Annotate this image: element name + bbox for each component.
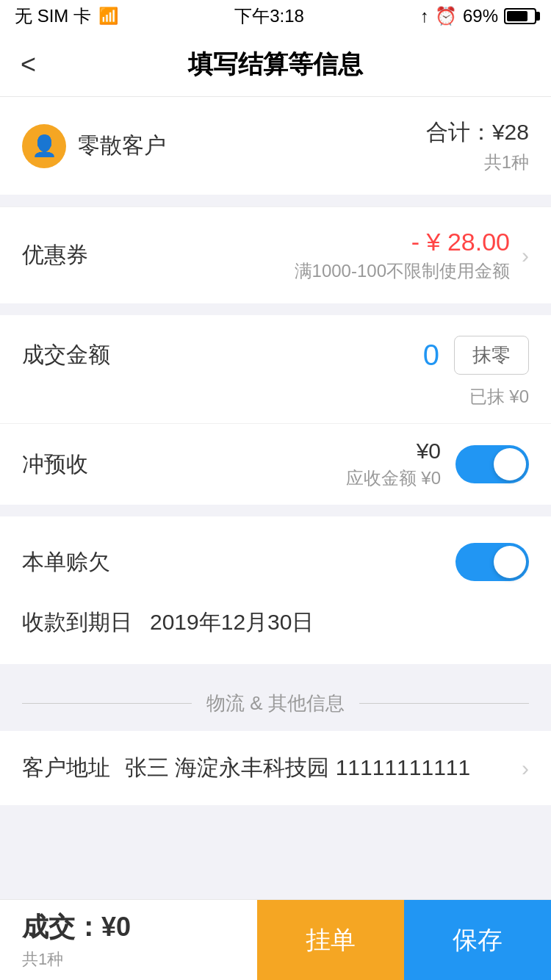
chevron-right-icon: › [522, 243, 529, 268]
debt-row: 本单赊欠 [0, 516, 551, 608]
due-date-row: 收款到期日 2019年12月30日 [0, 608, 551, 664]
prepayment-values: ¥0 应收金额 ¥0 [346, 439, 441, 490]
back-button[interactable]: < [21, 49, 36, 80]
divider-line-left [22, 703, 192, 704]
nav-bar: < 填写结算等信息 [0, 32, 551, 97]
coupon-section[interactable]: 优惠券 - ¥ 28.00 满1000-100不限制使用金额 › [0, 206, 551, 303]
bottom-count: 共1种 [22, 948, 235, 970]
content: 👤 零散客户 合计：¥28 共1种 优惠券 - ¥ 28.00 满1000-10… [0, 97, 551, 893]
wifi-icon: 📶 [98, 7, 118, 26]
coupon-label: 优惠券 [22, 240, 88, 270]
battery-icon [504, 8, 536, 24]
alarm-icon: ⏰ [435, 6, 457, 26]
person-icon: 👤 [32, 134, 57, 158]
customer-count: 共1种 [426, 151, 529, 174]
coupon-discount: - ¥ 28.00 [295, 228, 510, 256]
prepayment-right: ¥0 应收金额 ¥0 [346, 439, 529, 490]
bottom-trade: 成交：¥0 [22, 909, 235, 945]
address-chevron-icon: › [522, 756, 529, 781]
bottom-trade-label: 成交： [22, 912, 101, 942]
status-right: ↑ ⏰ 69% [420, 6, 536, 26]
location-icon: ↑ [420, 6, 429, 26]
customer-row: 👤 零散客户 合计：¥28 共1种 [0, 97, 551, 195]
prepayment-amount: ¥0 [346, 439, 441, 464]
divider-line-right [359, 703, 529, 704]
status-bar: 无 SIM 卡 📶 下午3:18 ↑ ⏰ 69% [0, 0, 551, 32]
prepayment-label: 冲预收 [22, 450, 88, 480]
logistics-section: 物流 & 其他信息 [0, 676, 551, 731]
hold-button[interactable]: 挂单 [257, 900, 404, 981]
amount-row: 成交金额 0 抹零 [0, 315, 551, 385]
save-button[interactable]: 保存 [404, 900, 551, 981]
status-left: 无 SIM 卡 📶 [15, 4, 118, 28]
bottom-trade-value: ¥0 [101, 912, 131, 942]
customer-section: 👤 零散客户 合计：¥28 共1种 [0, 97, 551, 195]
address-label: 客户地址 [22, 753, 110, 783]
debt-toggle[interactable] [455, 543, 529, 581]
customer-summary: 合计：¥28 共1种 [426, 118, 529, 174]
customer-name: 零散客户 [78, 131, 166, 161]
coupon-desc: 满1000-100不限制使用金额 [295, 259, 510, 283]
debt-section: 本单赊欠 收款到期日 2019年12月30日 [0, 516, 551, 664]
debt-toggle-knob [494, 546, 526, 578]
coupon-row[interactable]: 优惠券 - ¥ 28.00 满1000-100不限制使用金额 › [0, 206, 551, 303]
page-title: 填写结算等信息 [188, 48, 363, 82]
bottom-bar: 成交：¥0 共1种 挂单 保存 [0, 899, 551, 980]
status-time: 下午3:18 [234, 4, 304, 28]
carrier-text: 无 SIM 卡 [15, 4, 91, 28]
coupon-value: - ¥ 28.00 满1000-100不限制使用金额 [295, 228, 510, 283]
transaction-value[interactable]: 0 [423, 339, 439, 372]
transaction-label: 成交金额 [22, 340, 110, 370]
address-section[interactable]: 客户地址 张三 海淀永丰科技园 11111111111 › [0, 731, 551, 805]
prepayment-toggle[interactable] [455, 445, 529, 483]
prepayment-receivable: 应收金额 ¥0 [346, 466, 441, 490]
customer-total: 合计：¥28 [426, 118, 529, 148]
logistics-label: 物流 & 其他信息 [206, 691, 345, 716]
coupon-right: - ¥ 28.00 满1000-100不限制使用金额 › [295, 228, 529, 283]
transaction-section: 成交金额 0 抹零 已抹 ¥0 冲预收 ¥0 应收金额 ¥0 [0, 315, 551, 505]
prepayment-row: 冲预收 ¥0 应收金额 ¥0 [0, 423, 551, 505]
round-zero-button[interactable]: 抹零 [454, 336, 529, 375]
battery-percent: 69% [463, 6, 498, 26]
customer-avatar: 👤 [22, 124, 66, 168]
customer-left: 👤 零散客户 [22, 124, 166, 168]
amount-input-area: 0 抹零 [423, 336, 529, 375]
toggle-knob [494, 448, 526, 480]
due-date-label: 收款到期日 [22, 608, 132, 638]
debt-label: 本单赊欠 [22, 547, 110, 577]
due-date-value[interactable]: 2019年12月30日 [150, 608, 314, 638]
amount-sub: 已抹 ¥0 [0, 385, 551, 423]
address-row[interactable]: 客户地址 张三 海淀永丰科技园 11111111111 › [0, 731, 551, 805]
address-value: 张三 海淀永丰科技园 11111111111 [125, 753, 522, 783]
logistics-divider: 物流 & 其他信息 [0, 676, 551, 731]
bottom-summary: 成交：¥0 共1种 [0, 909, 257, 970]
